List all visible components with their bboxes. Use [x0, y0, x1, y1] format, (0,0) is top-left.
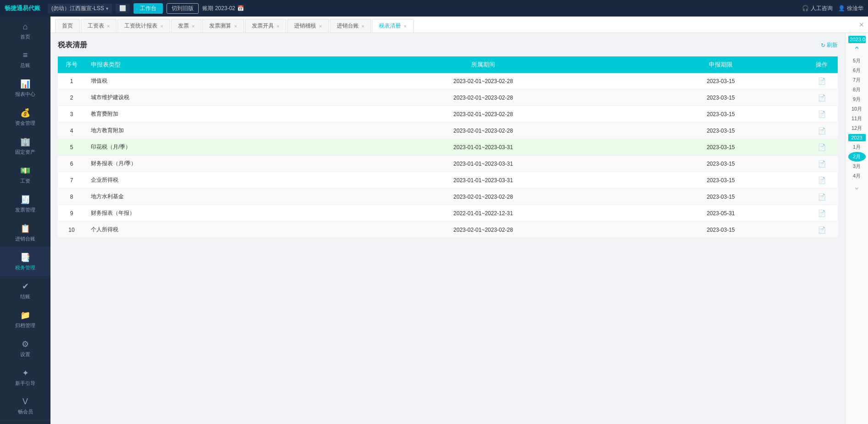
tab-tax-register[interactable]: 税表清册 × — [372, 19, 413, 33]
sidebar-item-settings[interactable]: ⚙ 设置 — [0, 334, 50, 363]
month-1-2023[interactable]: 1月 — [848, 142, 866, 152]
sidebar-item-home[interactable]: ⌂ 首页 — [0, 17, 50, 45]
tab-close-icon[interactable]: × — [362, 23, 364, 29]
top-bar-right: 🎧 人工咨询 👤 徐淦华 — [802, 5, 863, 12]
view-action-icon[interactable]: 📄 — [818, 127, 826, 134]
cell-period: 2023-02-01~2023-02-28 — [330, 123, 636, 139]
sidebar-item-archive[interactable]: 📁 归档管理 — [0, 305, 50, 334]
sidebar-item-label: 报表中心 — [15, 91, 35, 98]
invoice-icon: 🧾 — [20, 195, 30, 205]
ai-consult-button[interactable]: 🎧 人工咨询 — [802, 5, 833, 12]
closing-icon: ✔ — [22, 281, 29, 291]
cell-type: 印花税（月/季） — [85, 139, 330, 156]
cell-deadline: 2023-03-15 — [636, 106, 806, 123]
sidebar-item-invoice[interactable]: 🧾 发票管理 — [0, 189, 50, 218]
tab-label: 工资统计报表 — [124, 22, 157, 30]
sidebar-item-guide[interactable]: ✦ 新手引导 — [0, 363, 50, 391]
view-action-icon[interactable]: 📄 — [818, 144, 826, 151]
tab-invoice-list[interactable]: 发票 × — [171, 19, 201, 33]
tab-close-icon[interactable]: × — [404, 23, 406, 29]
cell-deadline: 2023-03-15 — [636, 189, 806, 205]
tab-close-icon[interactable]: × — [160, 23, 163, 29]
purchase-icon: 📋 — [20, 223, 30, 234]
refresh-button[interactable]: ↻ 刷新 — [821, 41, 838, 49]
month-10[interactable]: 10月 — [848, 104, 866, 114]
home-icon: ⌂ — [23, 22, 28, 32]
tab-close-icon[interactable]: × — [319, 23, 322, 29]
switch-old-button[interactable]: 切到旧版 — [167, 3, 199, 14]
view-action-icon[interactable]: 📄 — [818, 78, 826, 85]
tab-salary-table[interactable]: 工资表 × — [81, 19, 117, 33]
sidebar-item-label: 发票管理 — [15, 206, 35, 213]
cell-type: 地方教育附加 — [85, 123, 330, 139]
month-4-2023[interactable]: 4月 — [848, 171, 866, 181]
tab-label: 进销稽核 — [294, 22, 316, 30]
cell-type: 个人所得税 — [85, 222, 330, 238]
copy-icon-button[interactable]: ⬜ — [116, 4, 130, 13]
user-profile[interactable]: 👤 徐淦华 — [838, 5, 863, 12]
page-main: 税表清册 ↻ 刷新 序号 申报表类型 所属期间 申报期限 操作 — [50, 33, 845, 424]
month-5[interactable]: 5月 — [848, 56, 866, 66]
tab-bar: 首页 工资表 × 工资统计报表 × 发票 × 发票测算 × 发票开具 × — [50, 17, 868, 33]
sidebar-item-label: 首页 — [20, 33, 30, 40]
sidebar-item-report[interactable]: 📊 报表中心 — [0, 73, 50, 102]
tab-label: 首页 — [62, 22, 73, 30]
sidebar-item-closing[interactable]: ✔ 结账 — [0, 276, 50, 305]
tab-purchase-check[interactable]: 进销稽核 × — [287, 19, 328, 33]
calendar-icon[interactable]: 📅 — [237, 5, 244, 11]
scroll-down-icon[interactable]: ⌄ — [853, 182, 860, 192]
month-12[interactable]: 12月 — [848, 123, 866, 133]
tab-purchase-ledger[interactable]: 进销台账 × — [330, 19, 371, 33]
cell-deadline: 2023-03-15 — [636, 172, 806, 189]
tab-invoice-open[interactable]: 发票开具 × — [245, 19, 286, 33]
view-action-icon[interactable]: 📄 — [818, 226, 826, 234]
month-8[interactable]: 8月 — [848, 85, 866, 95]
view-action-icon[interactable]: 📄 — [818, 111, 826, 118]
tab-close-icon[interactable]: × — [234, 23, 237, 29]
table-row: 6财务报表（月/季）2023-01-01~2023-03-312023-03-1… — [58, 156, 838, 172]
sidebar-item-purchase[interactable]: 📋 进销台账 — [0, 218, 50, 247]
month-2-2023[interactable]: 2月 — [848, 152, 866, 162]
month-3-2023[interactable]: 3月 — [848, 162, 866, 171]
cell-no: 4 — [58, 123, 85, 139]
view-action-icon[interactable]: 📄 — [818, 193, 826, 201]
view-action-icon[interactable]: 📄 — [818, 160, 826, 167]
sidebar-item-tax[interactable]: 📑 税务管理 — [0, 247, 50, 276]
close-all-tabs-icon[interactable]: ✕ — [859, 21, 864, 28]
cell-deadline: 2023-05-31 — [636, 205, 806, 222]
year-2023-label: 2023 — [848, 134, 866, 141]
sidebar-item-label: 归档管理 — [15, 322, 35, 329]
table-row: 2城市维护建设税2023-02-01~2023-02-282023-03-15📄 — [58, 89, 838, 106]
company-selector[interactable]: (勿动）江西服宣-LSS ▾ — [48, 4, 112, 13]
table-header-row: 序号 申报表类型 所属期间 申报期限 操作 — [58, 56, 838, 73]
tab-home[interactable]: 首页 — [55, 19, 80, 33]
month-9[interactable]: 9月 — [848, 95, 866, 104]
view-action-icon[interactable]: 📄 — [818, 177, 826, 184]
tab-salary-stat[interactable]: 工资统计报表 × — [117, 19, 170, 33]
sidebar-item-fund[interactable]: 💰 资金管理 — [0, 102, 50, 131]
scroll-up-icon[interactable]: ⌃ — [853, 45, 860, 55]
cell-action: 📄 — [806, 222, 838, 238]
cell-deadline: 2023-03-15 — [636, 89, 806, 106]
view-action-icon[interactable]: 📄 — [818, 94, 826, 101]
tab-close-icon[interactable]: × — [277, 23, 279, 29]
month-7[interactable]: 7月 — [848, 75, 866, 85]
tab-invoice-check[interactable]: 发票测算 × — [202, 19, 244, 33]
sidebar-item-label: 工资 — [20, 178, 30, 184]
sidebar-item-ledger[interactable]: ≡ 总账 — [0, 45, 50, 73]
sidebar-item-member[interactable]: V 畅会员 — [0, 391, 50, 420]
cell-action: 📄 — [806, 189, 838, 205]
sidebar-item-salary[interactable]: 💵 工资 — [0, 160, 50, 189]
refresh-icon: ↻ — [821, 42, 825, 49]
cell-deadline: 2023-03-15 — [636, 222, 806, 238]
cell-action: 📄 — [806, 172, 838, 189]
sidebar-item-asset[interactable]: 🏢 固定资产 — [0, 131, 50, 160]
workbench-button[interactable]: 工作台 — [134, 3, 163, 14]
month-6[interactable]: 6月 — [848, 66, 866, 75]
view-action-icon[interactable]: 📄 — [818, 210, 826, 217]
month-11[interactable]: 11月 — [848, 114, 866, 123]
tab-close-icon[interactable]: × — [192, 23, 195, 29]
cell-deadline: 2023-03-15 — [636, 123, 806, 139]
tab-close-icon[interactable]: × — [107, 23, 110, 29]
cell-period: 2023-02-01~2023-02-28 — [330, 189, 636, 205]
